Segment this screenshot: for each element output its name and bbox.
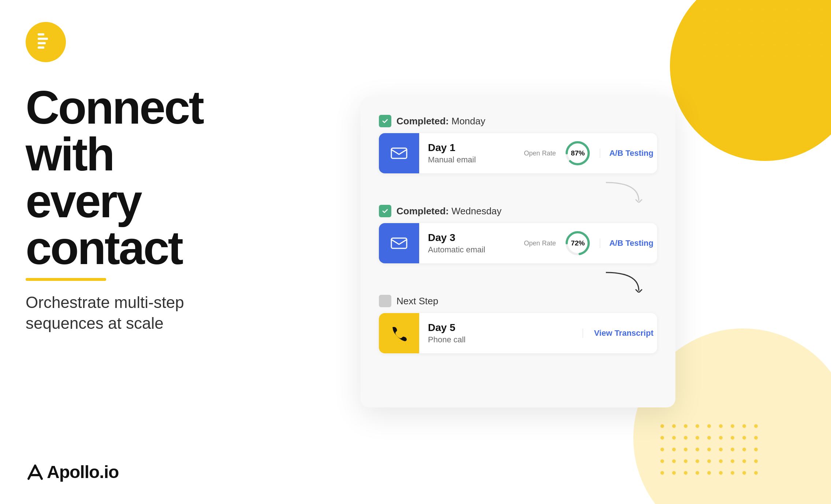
step1-metric-value: 87% [571,149,585,157]
dot [731,436,734,440]
gray-square-icon [379,295,391,307]
dot [773,42,777,46]
dot [820,31,824,34]
step1-ab-badge: A/B Testing [600,148,657,158]
step3-status-label: Next Step [379,295,657,307]
step2-metrics: Open Rate 72% [524,229,600,258]
dot [684,471,687,475]
step1-circular-chart: 87% [563,139,592,168]
dot [672,471,676,475]
dot [785,31,789,34]
step1-metrics: Open Rate 87% [524,139,600,168]
dot [672,459,676,463]
dot [754,436,758,440]
step-group-3: Next Step Day 5 Phone call View Transcri… [379,295,657,353]
step2-completed-text: Completed: Wednesday [396,206,502,217]
dot [785,7,789,11]
dot [715,42,718,46]
dot [696,459,699,463]
dot [703,7,707,11]
dot-pattern-top [703,7,824,58]
dot [660,459,664,463]
dot [820,54,824,58]
sequence-card: Completed: Monday Day 1 Manual email Ope… [361,97,675,407]
dot [696,471,699,475]
dot [731,448,734,451]
dot [719,448,723,451]
dot [750,42,753,46]
dot [660,436,664,440]
dot [742,436,746,440]
dot [750,31,753,34]
dot [738,19,742,23]
view-transcript-button[interactable]: View Transcript [582,328,657,338]
dot [742,459,746,463]
dot [750,7,753,11]
dot [703,42,707,46]
step2-day: Day 3 [428,232,515,244]
step3-next-text: Next Step [396,296,438,307]
dot [719,471,723,475]
dot [761,7,765,11]
dot [738,42,742,46]
dot [684,459,687,463]
dot [707,436,711,440]
dot [750,54,753,58]
dot [742,471,746,475]
dot [808,31,812,34]
dot [797,54,800,58]
svg-rect-7 [391,238,407,248]
dot [696,424,699,428]
dot [715,7,718,11]
step1-type: Manual email [428,155,515,165]
dot [761,42,765,46]
svg-rect-0 [38,33,44,35]
dot [672,424,676,428]
dot [797,31,800,34]
step3-icon-box [379,313,419,353]
step3-content: Day 5 Phone call [419,315,582,351]
svg-rect-3 [38,46,44,49]
dot [660,424,664,428]
dot [773,7,777,11]
step1-content: Day 1 Manual email [419,135,524,171]
dot [785,42,789,46]
dot [684,424,687,428]
right-panel: Completed: Monday Day 1 Manual email Ope… [227,0,831,504]
check-icon-1 [379,115,391,127]
dot [672,436,676,440]
dot [726,54,730,58]
dot [726,31,730,34]
dot [696,448,699,451]
check-icon-2 [379,205,391,217]
dot [761,19,765,23]
dot [707,471,711,475]
dot [820,7,824,11]
apollo-logo-icon [26,463,45,482]
dot-pattern-bottom [660,424,758,475]
step2-status-label: Completed: Wednesday [379,205,657,217]
step3-day: Day 5 [428,322,574,334]
dot [715,31,718,34]
dot [726,7,730,11]
dot [797,19,800,23]
step2-content: Day 3 Automatic email [419,225,524,261]
dot [715,54,718,58]
step3-type: Phone call [428,335,574,345]
step-group-1: Completed: Monday Day 1 Manual email Ope… [379,115,657,173]
dot [750,19,753,23]
apollo-logo: Apollo.io [26,462,205,482]
svg-rect-2 [38,42,46,44]
step1-status-label: Completed: Monday [379,115,657,127]
dot [707,424,711,428]
step1-completed-text: Completed: Monday [396,116,485,127]
step1-open-rate-label: Open Rate [524,150,556,157]
dot [719,459,723,463]
step2-metric-value: 72% [571,239,585,247]
dot [761,31,765,34]
email-icon-1 [389,143,409,163]
dot [773,19,777,23]
dot [731,424,734,428]
step3-row: Day 5 Phone call View Transcript [379,313,657,353]
dot [684,436,687,440]
